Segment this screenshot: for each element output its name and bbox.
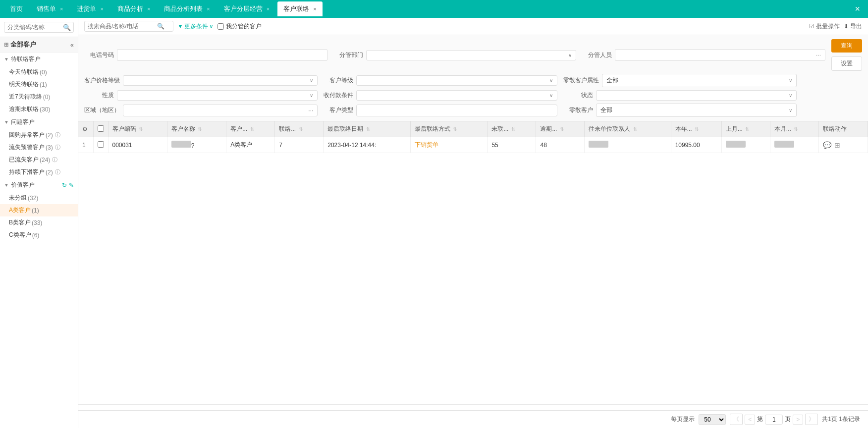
query-button[interactable]: 查询 bbox=[831, 39, 862, 53]
adv-filter-row-4: 区域（地区） ··· 客户类型 零散客户 全部 ∨ bbox=[84, 104, 862, 117]
value-group-refresh[interactable]: ↻ bbox=[62, 182, 67, 189]
adv-filter-row-2: 客户价格等级 ∨ 客户等级 ∨ 零散客户属性 全部 bbox=[84, 74, 862, 87]
sidebar-item-b-class[interactable]: B类客户 (33) bbox=[0, 216, 78, 229]
last-page-btn[interactable]: 》 bbox=[805, 414, 818, 425]
select-all-checkbox[interactable] bbox=[98, 125, 104, 132]
customer-type-input[interactable] bbox=[356, 105, 557, 116]
sidebar-item-7days[interactable]: 近7天待联络 (0) bbox=[0, 91, 78, 103]
customer-level-select[interactable]: ∨ bbox=[356, 75, 557, 86]
nav-tab-purchase[interactable]: 进货单 × bbox=[71, 1, 109, 16]
page-input[interactable] bbox=[765, 415, 783, 425]
row-action-qr[interactable]: ⊞ bbox=[834, 141, 840, 149]
price-level-select[interactable]: ∨ bbox=[123, 75, 318, 86]
last-month-sort-icon[interactable]: ⇅ bbox=[745, 126, 749, 132]
customer-type-field: 客户类型 bbox=[324, 105, 557, 116]
sidebar-item-declining[interactable]: 持续下滑客户 (2) ⓘ bbox=[0, 166, 78, 178]
row-this-year: 10995.00 bbox=[671, 137, 721, 153]
more-filters-btn[interactable]: ▼ 更多条件 ∨ bbox=[177, 22, 214, 31]
last-contact-method-link[interactable]: 下销货单 bbox=[415, 141, 438, 148]
col-not-contacted-header: 未联... ⇅ bbox=[488, 121, 536, 137]
row-category: A类客户 bbox=[226, 137, 275, 153]
customer-level-field: 客户等级 ∨ bbox=[324, 75, 557, 86]
page-size-select[interactable]: 50 100 200 bbox=[699, 414, 726, 425]
phone-input[interactable] bbox=[117, 49, 327, 61]
category-sort-icon[interactable]: ⇅ bbox=[250, 126, 254, 132]
filter-search-icon[interactable]: 🔍 bbox=[157, 23, 164, 30]
payment-select[interactable]: ∨ bbox=[356, 90, 557, 101]
col-name-header: 客户名称 ⇅ bbox=[167, 121, 226, 137]
sidebar-item-churned[interactable]: 已流失客户 (24) ⓘ bbox=[0, 154, 78, 166]
last-method-sort-icon[interactable]: ⇅ bbox=[453, 126, 457, 132]
this-month-sort-icon[interactable]: ⇅ bbox=[794, 126, 798, 132]
value-customer-group[interactable]: ▼ 价值客户 ↻ ✎ bbox=[0, 178, 78, 192]
row-unit-contact bbox=[585, 137, 671, 153]
query-btn-group: 查询 设置 bbox=[831, 39, 862, 71]
col-code-header: 客户编码 ⇅ bbox=[108, 121, 167, 137]
row-checkbox[interactable] bbox=[98, 141, 104, 148]
this-year-sort-icon[interactable]: ⇅ bbox=[695, 126, 699, 132]
sidebar: 🔍 ⊞ 全部客户 « ▼ 待联络客户 今天待联络 (0) 明天待联络 (1) 近… bbox=[0, 18, 78, 428]
batch-checkbox-icon: ☑ bbox=[809, 23, 814, 30]
nature-select[interactable]: ∨ bbox=[117, 90, 318, 101]
sidebar-item-churn-warning[interactable]: 流失预警客户 (3) ⓘ bbox=[0, 141, 78, 154]
retail-customer-select[interactable]: 全部 ∨ bbox=[596, 104, 797, 117]
sidebar-item-repurchase-anomaly[interactable]: 回购异常客户 (2) ⓘ bbox=[0, 129, 78, 141]
close-customer-contact-tab[interactable]: × bbox=[313, 6, 316, 12]
region-ellipsis[interactable]: ··· bbox=[308, 107, 313, 114]
this-month-blurred bbox=[774, 141, 794, 148]
sidebar-search-icon[interactable]: 🔍 bbox=[63, 24, 71, 31]
gear-icon[interactable]: ⚙ bbox=[82, 126, 88, 133]
unit-contact-sort-icon[interactable]: ⇅ bbox=[633, 126, 637, 132]
region-select[interactable]: ··· bbox=[123, 105, 318, 116]
batch-ops-btn[interactable]: ☑ 批量操作 bbox=[809, 22, 840, 31]
nav-tab-product-analysis[interactable]: 商品分析 × bbox=[111, 1, 156, 16]
prev-page-btn[interactable]: < bbox=[745, 415, 755, 425]
manager-ellipsis[interactable]: ··· bbox=[816, 52, 821, 58]
export-btn[interactable]: ⬇ 导出 bbox=[844, 22, 862, 31]
my-customers-checkbox[interactable] bbox=[217, 23, 224, 30]
all-customers-header[interactable]: ⊞ 全部客户 « bbox=[0, 37, 78, 53]
nav-tab-product-analysis-list[interactable]: 商品分析列表 × bbox=[158, 1, 216, 16]
filter-search-input[interactable] bbox=[88, 23, 157, 30]
overdue-sort-icon[interactable]: ⇅ bbox=[560, 126, 564, 132]
close-sales-tab[interactable]: × bbox=[60, 6, 63, 12]
manager-select[interactable]: ··· bbox=[615, 49, 825, 61]
last-date-sort-icon[interactable]: ⇅ bbox=[366, 126, 370, 132]
first-page-btn[interactable]: 《 bbox=[730, 414, 743, 425]
sidebar-item-tomorrow[interactable]: 明天待联络 (1) bbox=[0, 78, 78, 91]
problem-customer-group[interactable]: ▼ 问题客户 bbox=[0, 115, 78, 129]
sidebar-item-ungrouped[interactable]: 未分组 (32) bbox=[0, 192, 78, 204]
name-sort-icon[interactable]: ⇅ bbox=[198, 126, 202, 132]
pending-contact-group[interactable]: ▼ 待联络客户 bbox=[0, 53, 78, 66]
my-customers-filter[interactable]: 我分管的客户 bbox=[217, 22, 262, 31]
value-group-edit[interactable]: ✎ bbox=[69, 182, 74, 189]
price-level-arrow: ∨ bbox=[310, 78, 313, 83]
scrollbar-area[interactable] bbox=[78, 404, 868, 410]
sidebar-item-c-class[interactable]: C类客户 (6) bbox=[0, 229, 78, 241]
nature-field: 性质 ∨ bbox=[84, 90, 318, 101]
manager-field: 分管人员 ··· bbox=[582, 49, 825, 61]
sidebar-item-overdue[interactable]: 逾期未联络 (30) bbox=[0, 103, 78, 115]
settings-button[interactable]: 设置 bbox=[831, 56, 862, 71]
row-action-chat[interactable]: 💬 bbox=[823, 141, 831, 149]
contact-sort-icon[interactable]: ⇅ bbox=[299, 126, 303, 132]
nav-tab-customer-segment[interactable]: 客户分层经营 × bbox=[218, 1, 275, 16]
close-product-analysis-list-tab[interactable]: × bbox=[207, 6, 210, 12]
sidebar-item-today[interactable]: 今天待联络 (0) bbox=[0, 66, 78, 78]
nav-home[interactable]: 首页 bbox=[4, 1, 29, 16]
dept-select[interactable]: ∨ bbox=[366, 50, 577, 60]
code-sort-icon[interactable]: ⇅ bbox=[139, 126, 143, 132]
not-contacted-sort-icon[interactable]: ⇅ bbox=[511, 126, 515, 132]
close-all-tabs[interactable]: × bbox=[851, 4, 864, 14]
sidebar-collapse-icon[interactable]: « bbox=[70, 41, 74, 49]
retail-attr-select[interactable]: 全部 ∨ bbox=[602, 74, 797, 87]
nav-tab-customer-contact[interactable]: 客户联络 × bbox=[277, 1, 322, 16]
status-select[interactable]: ∨ bbox=[596, 90, 797, 101]
close-product-analysis-tab[interactable]: × bbox=[147, 6, 150, 12]
info-icon-4: ⓘ bbox=[55, 168, 60, 176]
close-purchase-tab[interactable]: × bbox=[100, 6, 103, 12]
close-customer-segment-tab[interactable]: × bbox=[267, 6, 270, 12]
sidebar-item-a-class[interactable]: A类客户 (1) bbox=[0, 204, 78, 216]
next-page-btn[interactable]: > bbox=[793, 415, 803, 425]
nav-tab-sales[interactable]: 销售单 × bbox=[31, 1, 69, 16]
